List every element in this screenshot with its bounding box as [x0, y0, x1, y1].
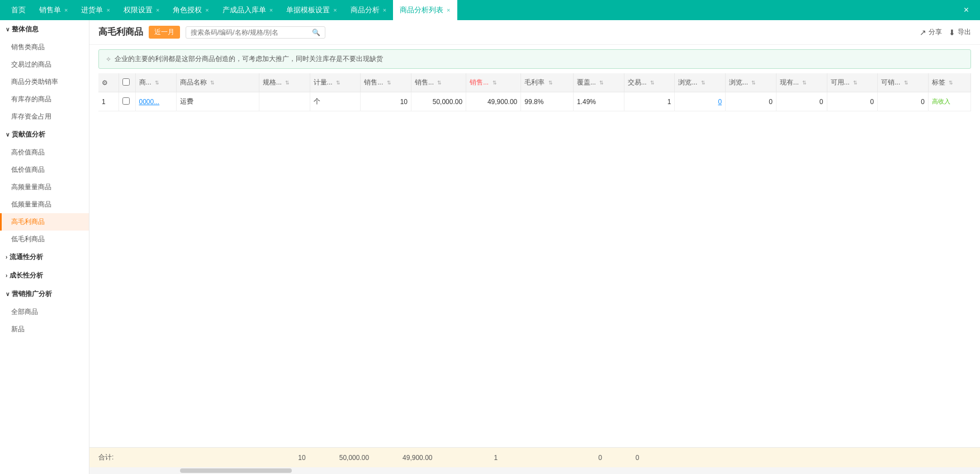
- close-warehouse-tab[interactable]: ×: [269, 7, 273, 13]
- sidebar: ∨ 整体信息 销售类商品 交易过的商品 商品分类助销率 有库存的商品 库存资金占…: [0, 20, 89, 474]
- col-qty[interactable]: 销售... ⇅: [361, 73, 411, 92]
- nav-analysis-list[interactable]: 商品分析列表 ×: [393, 0, 457, 20]
- content-header: 高毛利商品 近一月 🔍 ↗ 分享 ⬇ 导出: [89, 20, 980, 45]
- arrow-growth: ›: [6, 273, 7, 279]
- sort-unit-icon: ⇅: [336, 80, 340, 86]
- col-tag[interactable]: 标签 ⇅: [928, 73, 970, 92]
- filter-period-button[interactable]: 近一月: [149, 26, 180, 39]
- sidebar-group-growth[interactable]: › 成长性分析: [0, 266, 89, 285]
- main-layout: ∨ 整体信息 销售类商品 交易过的商品 商品分类助销率 有库存的商品 库存资金占…: [0, 20, 980, 474]
- col-spec[interactable]: 规格... ⇅: [259, 73, 310, 92]
- footer-tx-count: 1: [494, 454, 498, 462]
- sidebar-group-contribution[interactable]: ∨ 贡献值分析: [0, 125, 89, 144]
- share-button[interactable]: ↗ 分享: [920, 27, 942, 37]
- col-gross-rate[interactable]: 毛利率 ⇅: [521, 73, 574, 92]
- sidebar-item-high-value[interactable]: 高价值商品: [0, 144, 89, 161]
- col-tx-count[interactable]: 交易... ⇅: [624, 73, 675, 92]
- sort-saleable-icon: ⇅: [904, 80, 908, 86]
- sort-profit-icon: ⇅: [493, 80, 497, 86]
- col-browse1[interactable]: 浏览... ⇅: [675, 73, 726, 92]
- sidebar-item-new-goods[interactable]: 新品: [0, 321, 89, 338]
- row-saleable: 0: [878, 92, 929, 111]
- sidebar-item-high-freq[interactable]: 高频量量商品: [0, 179, 89, 196]
- sort-browse2-icon: ⇅: [751, 80, 756, 86]
- arrow-contribution: ∨: [6, 132, 10, 138]
- data-table: ⚙ 商... ⇅ 商品名称 ⇅: [98, 73, 971, 111]
- row-name: 运费: [176, 92, 259, 111]
- col-unit[interactable]: 计量... ⇅: [310, 73, 361, 92]
- info-icon: ✧: [106, 55, 111, 63]
- sort-amount-icon: ⇅: [437, 80, 442, 86]
- sidebar-item-low-margin[interactable]: 低毛利商品: [0, 231, 89, 248]
- col-saleable[interactable]: 可销... ⇅: [878, 73, 929, 92]
- nav-template[interactable]: 单据模板设置 ×: [280, 0, 343, 20]
- sidebar-item-sales-goods[interactable]: 销售类商品: [0, 39, 89, 56]
- close-template-tab[interactable]: ×: [333, 7, 337, 13]
- row-current: 0: [776, 92, 827, 111]
- footer-values: 10 50,000.00 49,900.00 1 0 0: [125, 454, 639, 462]
- nav-home[interactable]: 首页: [4, 0, 32, 20]
- sidebar-item-low-freq[interactable]: 低频量量商品: [0, 196, 89, 213]
- select-all-checkbox[interactable]: [122, 78, 130, 86]
- search-input[interactable]: [191, 29, 310, 36]
- close-purchase-tab[interactable]: ×: [106, 7, 110, 13]
- sidebar-item-low-value[interactable]: 低价值商品: [0, 161, 89, 179]
- table-row: 1 0000... 运费 个 10 50,000.00 49,900.00 99…: [98, 92, 971, 111]
- close-analysis-list-tab[interactable]: ×: [447, 7, 450, 13]
- info-banner: ✧ 企业的主要的利润都是这部分商品创造的，可考虑加大推广，同时关注库存是不要出现…: [98, 49, 971, 69]
- col-current[interactable]: 现有... ⇅: [776, 73, 827, 92]
- sort-browse1-icon: ⇅: [701, 80, 706, 86]
- sidebar-item-stock-capital[interactable]: 库存资金占用: [0, 108, 89, 125]
- col-settings[interactable]: ⚙: [98, 73, 119, 92]
- sort-qty-icon: ⇅: [387, 80, 391, 86]
- sidebar-group-liquidity[interactable]: › 流通性分析: [0, 248, 89, 266]
- col-coverage[interactable]: 覆盖... ⇅: [573, 73, 624, 92]
- export-button[interactable]: ⬇ 导出: [949, 27, 971, 37]
- close-sales-tab[interactable]: ×: [64, 7, 68, 13]
- row-coverage: 1.49%: [573, 92, 624, 111]
- sidebar-group-overall[interactable]: ∨ 整体信息: [0, 20, 89, 39]
- close-analysis-tab[interactable]: ×: [383, 7, 386, 13]
- col-checkbox: [119, 73, 135, 92]
- sidebar-group-marketing[interactable]: ∨ 营销推广分析: [0, 285, 89, 303]
- nav-warehouse[interactable]: 产成品入库单 ×: [216, 0, 280, 20]
- row-code[interactable]: 0000...: [135, 92, 176, 111]
- nav-purchase[interactable]: 进货单 ×: [74, 0, 116, 20]
- close-roles-tab[interactable]: ×: [205, 7, 209, 13]
- row-available: 0: [827, 92, 878, 111]
- col-code[interactable]: 商... ⇅: [135, 73, 176, 92]
- nav-permissions[interactable]: 权限设置 ×: [117, 0, 166, 20]
- col-name[interactable]: 商品名称 ⇅: [176, 73, 259, 92]
- export-icon: ⬇: [949, 28, 955, 37]
- window-close-button[interactable]: ×: [957, 0, 976, 20]
- sidebar-item-traded-goods[interactable]: 交易过的商品: [0, 56, 89, 73]
- nav-roles[interactable]: 角色授权 ×: [166, 0, 215, 20]
- col-amount[interactable]: 销售... ⇅: [411, 73, 466, 92]
- arrow-overall: ∨: [6, 26, 10, 32]
- row-select-checkbox[interactable]: [122, 97, 130, 105]
- sidebar-item-high-margin[interactable]: 高毛利商品: [0, 213, 89, 231]
- col-browse2[interactable]: 浏览... ⇅: [726, 73, 777, 92]
- search-icon[interactable]: 🔍: [312, 29, 320, 36]
- sort-available-icon: ⇅: [853, 80, 858, 86]
- horizontal-scrollbar[interactable]: [89, 467, 980, 474]
- scrollbar-thumb[interactable]: [180, 468, 292, 473]
- content-area: 高毛利商品 近一月 🔍 ↗ 分享 ⬇ 导出 ✧ 企业的主要的利润都是这部分商品创…: [89, 20, 980, 474]
- row-browse2: 0: [726, 92, 777, 111]
- sidebar-item-category-rate[interactable]: 商品分类助销率: [0, 73, 89, 91]
- footer-available: 0: [636, 454, 640, 462]
- col-available[interactable]: 可用... ⇅: [827, 73, 878, 92]
- sort-tag-icon: ⇅: [949, 80, 953, 86]
- row-index: 1: [98, 92, 119, 111]
- nav-sales[interactable]: 销售单 ×: [32, 0, 74, 20]
- nav-analysis[interactable]: 商品分析 ×: [344, 0, 393, 20]
- row-browse1[interactable]: 0: [675, 92, 726, 111]
- close-permissions-tab[interactable]: ×: [156, 7, 159, 13]
- share-icon: ↗: [920, 28, 926, 37]
- col-profit[interactable]: 销售... ⇅: [466, 73, 521, 92]
- row-profit: 49,900.00: [466, 92, 521, 111]
- row-unit: 个: [310, 92, 361, 111]
- row-gross-rate: 99.8%: [521, 92, 574, 111]
- sidebar-item-all-goods[interactable]: 全部商品: [0, 303, 89, 321]
- sidebar-item-in-stock[interactable]: 有库存的商品: [0, 91, 89, 108]
